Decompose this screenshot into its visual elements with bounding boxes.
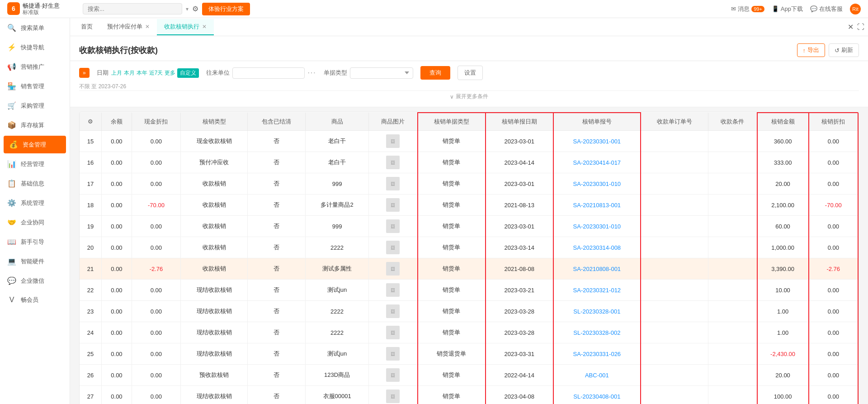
date-this-month[interactable]: 本月 <box>124 69 135 77</box>
expand-more-bar[interactable]: ∨ 展开更多条件 <box>79 90 859 102</box>
td-product: 2222 <box>306 237 368 258</box>
solution-button[interactable]: 体验行业方案 <box>202 3 250 15</box>
td-cash-discount: 0.00 <box>132 386 181 404</box>
cancel-doc-no-link[interactable]: SA-20230301-010 <box>573 223 621 230</box>
sidebar-label-wechat: 企业微信 <box>21 277 44 285</box>
online-service-btn[interactable]: 💬 在线客服 <box>810 5 843 13</box>
date-custom[interactable]: 自定义 <box>177 68 199 78</box>
td-product: 123D商品 <box>306 365 368 386</box>
cancel-doc-no-link[interactable]: SA-20230414-017 <box>573 159 621 166</box>
date-note: 不限 至 2023-07-26 <box>79 83 126 90</box>
td-receipt-condition <box>708 365 757 386</box>
cancel-doc-no-link[interactable]: SA-20230331-026 <box>573 351 621 357</box>
td-cash-discount: 0.00 <box>132 280 181 301</box>
doc-type-select[interactable] <box>350 67 413 79</box>
th-settings[interactable]: ⚙ <box>80 113 101 131</box>
tab-close-receipt-cancel[interactable]: ✕ <box>202 24 207 30</box>
table-row: 19 0.00 0.00 收款核销 否 999 🖼 销货单 2023-03-01… <box>80 216 858 237</box>
message-btn[interactable]: ✉ 消息 99+ <box>731 5 764 13</box>
sidebar-icon-smart-hw: 💻 <box>7 257 16 266</box>
tab-home[interactable]: 首页 <box>74 19 100 35</box>
td-product: 老白干 <box>306 152 368 173</box>
cancel-doc-no-link[interactable]: SL-20230328-002 <box>573 329 620 336</box>
date-this-year[interactable]: 本年 <box>137 69 147 77</box>
expand-filter-btn[interactable]: » <box>79 68 90 78</box>
sidebar-item-marketing[interactable]: 📢营销推广 <box>0 57 70 76</box>
sidebar-item-member[interactable]: V畅会员 <box>0 290 70 309</box>
td-include-settled: 否 <box>248 237 306 258</box>
sidebar-item-capital[interactable]: 💰资金管理 <box>4 136 66 153</box>
table-row: 15 0.00 0.00 现金收款核销 否 老白干 🖼 销货单 2023-03-… <box>80 131 858 152</box>
maximize-btn[interactable]: ⛶ <box>857 23 864 31</box>
tab-close-advance[interactable]: ✕ <box>145 24 150 30</box>
search-input[interactable] <box>83 3 182 14</box>
table-row: 26 0.00 0.00 预收款核销 否 123D商品 🖼 销货单 2022-0… <box>80 365 858 386</box>
td-receipt-condition <box>708 173 757 195</box>
th-cancel-type: 核销类型 <box>180 113 247 131</box>
td-cancel-doc-no: SA-20230331-026 <box>553 343 641 365</box>
query-button[interactable]: 查询 <box>420 66 450 80</box>
td-receipt-order-no <box>641 195 708 216</box>
td-cancel-type: 预收款核销 <box>180 365 247 386</box>
sidebar-item-basic-info[interactable]: 📋基础信息 <box>0 174 70 193</box>
cancel-doc-no-link[interactable]: SA-20230321-012 <box>573 287 621 294</box>
cancel-doc-no-link[interactable]: SL-20230328-001 <box>573 308 620 315</box>
td-cancel-discount: 0.00 <box>809 322 858 343</box>
cancel-doc-no-link[interactable]: SL-20230408-001 <box>573 393 620 400</box>
td-cancel-doc-no: SL-20230328-001 <box>553 301 641 322</box>
sidebar-item-search-menu[interactable]: 🔍搜索菜单 <box>0 18 70 38</box>
sidebar-item-enterprise[interactable]: 🤝企业协同 <box>0 213 70 232</box>
sidebar-item-wechat[interactable]: 💬企业微信 <box>0 271 70 290</box>
sidebar-item-sales[interactable]: 🏪销售管理 <box>0 76 70 96</box>
cancel-doc-no-link[interactable]: ABC-001 <box>585 372 609 379</box>
user-avatar: Rit <box>850 4 861 14</box>
export-button[interactable]: ↑ 导出 <box>797 43 826 57</box>
tab-advance[interactable]: 预付冲应付单✕ <box>100 19 157 35</box>
refresh-button[interactable]: ↺ 刷新 <box>829 43 859 57</box>
sidebar-item-inventory[interactable]: 📦库存核算 <box>0 115 70 135</box>
search-dropdown-icon[interactable]: ▾ <box>186 6 189 12</box>
user-profile-btn[interactable]: Rit <box>850 4 861 14</box>
sidebar-icon-wechat: 💬 <box>7 276 16 285</box>
td-cancel-amount: 20.00 <box>757 173 809 195</box>
sidebar-item-operations[interactable]: 📊经营管理 <box>0 154 70 174</box>
date-last-month[interactable]: 上月 <box>111 69 122 77</box>
settings-gear-btn[interactable]: ⚙ <box>192 5 198 13</box>
cancel-doc-no-link[interactable]: SA-20210808-001 <box>573 266 621 272</box>
sidebar-label-operations: 经营管理 <box>21 160 44 168</box>
sidebar-item-smart-hw[interactable]: 💻智能硬件 <box>0 252 70 271</box>
td-include-settled: 否 <box>248 131 306 152</box>
table-row: 21 0.00 -2.76 收款核销 否 测试多属性 🖼 销货单 2021-08… <box>80 258 858 280</box>
page-title: 收款核销执行(按收款) <box>79 45 158 56</box>
sidebar-icon-enterprise: 🤝 <box>7 218 16 227</box>
cancel-doc-no-link[interactable]: SA-20230301-001 <box>573 138 621 145</box>
td-cancel-type: 现结收款核销 <box>180 322 247 343</box>
cancel-doc-no-link[interactable]: SA-20210813-001 <box>573 202 621 209</box>
app-download-btn[interactable]: 📱 App下载 <box>772 5 803 13</box>
close-tab-btn[interactable]: ✕ <box>848 23 854 31</box>
partner-ellipsis-btn[interactable]: ··· <box>307 69 316 77</box>
table-row: 17 0.00 0.00 收款核销 否 999 🖼 销货单 2023-03-01… <box>80 173 858 195</box>
td-no: 15 <box>80 131 101 152</box>
td-balance: 0.00 <box>101 365 132 386</box>
logo-text: 畅捷通·好生意 标准版 <box>23 2 60 16</box>
date-7days[interactable]: 近7天 <box>149 69 163 77</box>
sidebar-item-quick-nav[interactable]: ⚡快捷导航 <box>0 38 70 57</box>
tab-receipt-cancel[interactable]: 收款核销执行✕ <box>157 19 214 35</box>
td-no: 23 <box>80 301 101 322</box>
sidebar-item-purchase[interactable]: 🛒采购管理 <box>0 96 70 115</box>
sidebar-item-guide[interactable]: 📖新手引导 <box>0 232 70 252</box>
td-cancel-amount: 1.00 <box>757 322 809 343</box>
td-include-settled: 否 <box>248 258 306 280</box>
cancel-doc-no-link[interactable]: SA-20230301-010 <box>573 181 621 187</box>
partner-input[interactable] <box>232 67 305 79</box>
filter-settings-btn[interactable]: 设置 <box>458 66 483 80</box>
td-product: 多计量商品2 <box>306 195 368 216</box>
th-product-img: 商品图片 <box>368 113 418 131</box>
date-more[interactable]: 更多 <box>165 69 175 77</box>
cancel-doc-no-link[interactable]: SA-20230314-008 <box>573 244 621 251</box>
service-icon: 💬 <box>810 5 817 12</box>
sidebar-item-system[interactable]: ⚙️系统管理 <box>0 193 70 213</box>
th-receipt-order-no: 收款单订单号 <box>641 113 708 131</box>
product-image: 🖼 <box>386 326 400 339</box>
